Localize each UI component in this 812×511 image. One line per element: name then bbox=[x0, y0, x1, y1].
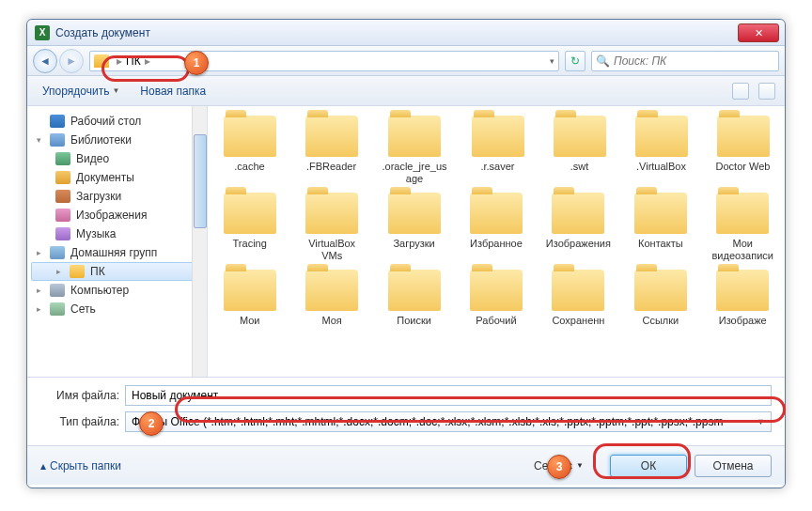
comp-icon bbox=[50, 284, 65, 297]
folder-icon bbox=[388, 193, 441, 234]
file-item[interactable]: Doctor Web bbox=[710, 116, 775, 185]
sidebar-item-mus[interactable]: Музыка bbox=[27, 225, 207, 243]
app-icon: X bbox=[35, 25, 50, 40]
filetype-label: Тип файла: bbox=[40, 415, 125, 428]
search-box[interactable]: 🔍 bbox=[591, 51, 779, 71]
folder-icon bbox=[634, 270, 687, 311]
help-button[interactable] bbox=[758, 83, 775, 100]
hg-icon bbox=[50, 246, 65, 259]
badge-3: 3 bbox=[547, 455, 571, 479]
ok-button[interactable]: ОК bbox=[610, 455, 687, 477]
file-item[interactable]: Ссылки bbox=[628, 270, 693, 327]
filename-input[interactable] bbox=[125, 385, 772, 406]
pc-icon bbox=[70, 265, 85, 278]
folder-icon bbox=[634, 193, 687, 234]
folder-icon bbox=[305, 270, 358, 311]
refresh-button[interactable]: ↻ bbox=[565, 51, 586, 71]
desktop-icon bbox=[50, 115, 65, 128]
folder-icon bbox=[224, 270, 276, 311]
lib-icon bbox=[50, 133, 65, 147]
form-area: Имя файла: Тип файла: Файлы Office (*.ht… bbox=[27, 377, 785, 445]
sidebar-item-vid[interactable]: Видео bbox=[27, 149, 207, 168]
file-item[interactable]: VirtualBox VMs bbox=[299, 193, 364, 262]
file-item[interactable]: .VirtualBox bbox=[629, 116, 694, 185]
folder-icon bbox=[470, 270, 523, 311]
folder-icon bbox=[635, 116, 688, 157]
file-item[interactable]: Контакты bbox=[628, 193, 693, 262]
forward-button[interactable]: ► bbox=[59, 49, 84, 73]
folder-icon bbox=[716, 193, 769, 234]
file-item[interactable]: .FBReader bbox=[299, 116, 364, 185]
folder-icon bbox=[224, 116, 276, 157]
file-item[interactable]: Сохраненн bbox=[546, 270, 611, 327]
address-segment[interactable]: ПК bbox=[126, 54, 141, 68]
vid-icon bbox=[55, 152, 70, 165]
filename-label: Имя файла: bbox=[40, 389, 125, 402]
folder-icon bbox=[716, 270, 769, 311]
file-item[interactable]: Поиски bbox=[382, 270, 446, 327]
close-button[interactable]: ✕ bbox=[738, 23, 779, 42]
footer: ▴Скрыть папки Сервис▼ ОК Отмена bbox=[27, 445, 785, 485]
organize-button[interactable]: Упорядочить▼ bbox=[37, 81, 125, 101]
file-item[interactable]: Мои bbox=[217, 270, 282, 327]
search-icon: 🔍 bbox=[596, 54, 610, 68]
file-item[interactable]: Рабочий bbox=[463, 270, 528, 327]
view-button[interactable] bbox=[732, 83, 749, 100]
folder-icon bbox=[305, 116, 358, 157]
file-item[interactable]: .swt bbox=[547, 116, 612, 185]
window-title: Создать документ bbox=[55, 26, 150, 39]
nav-bar: ◄ ► ▸ ПК ▸ ▾ ↻ 🔍 bbox=[27, 46, 785, 76]
sidebar-item-comp[interactable]: ▸Компьютер bbox=[27, 281, 207, 300]
address-dropdown-icon[interactable]: ▾ bbox=[550, 56, 554, 66]
sidebar-item-desktop[interactable]: Рабочий стол bbox=[27, 112, 207, 131]
folder-icon bbox=[470, 193, 523, 234]
titlebar: X Создать документ ✕ bbox=[27, 20, 785, 46]
folder-icon bbox=[94, 54, 109, 68]
file-item[interactable]: .cache bbox=[217, 116, 282, 185]
chevron-down-icon: ▼ bbox=[757, 417, 765, 426]
folder-icon bbox=[717, 116, 770, 157]
file-pane[interactable]: .cache.FBReader.oracle_jre_usage.r.saver… bbox=[208, 106, 785, 377]
file-item[interactable]: Изображе bbox=[710, 270, 775, 327]
scroll-thumb[interactable] bbox=[194, 134, 207, 228]
folder-icon bbox=[388, 116, 441, 157]
sidebar-item-img[interactable]: Изображения bbox=[27, 206, 207, 225]
sidebar-scrollbar[interactable] bbox=[192, 106, 207, 377]
net-icon bbox=[50, 302, 65, 316]
hide-folders-link[interactable]: ▴Скрыть папки bbox=[40, 459, 121, 472]
dl-icon bbox=[55, 190, 70, 203]
sidebar-item-pc[interactable]: ▸ПК bbox=[31, 262, 203, 281]
back-button[interactable]: ◄ bbox=[33, 49, 57, 73]
sidebar-item-hg[interactable]: ▸Домашняя групп bbox=[27, 243, 207, 262]
new-folder-button[interactable]: Новая папка bbox=[134, 81, 211, 101]
address-bar[interactable]: ▸ ПК ▸ ▾ bbox=[89, 51, 559, 71]
file-item[interactable]: Tracing bbox=[217, 193, 282, 262]
folder-icon bbox=[224, 193, 276, 234]
sidebar-item-dl[interactable]: Загрузки bbox=[27, 187, 207, 206]
file-item[interactable]: Загрузки bbox=[382, 193, 446, 262]
sidebar-item-lib[interactable]: ▾Библиотеки bbox=[27, 131, 207, 149]
sidebar-item-net[interactable]: ▸Сеть bbox=[27, 300, 207, 318]
filetype-select[interactable]: Файлы Office (*.htm;*.html;*.mht;*.mhtml… bbox=[125, 411, 772, 432]
sidebar: Рабочий стол▾БиблиотекиВидеоДокументыЗаг… bbox=[27, 106, 208, 377]
file-item[interactable]: .oracle_jre_usage bbox=[381, 116, 448, 185]
cancel-button[interactable]: Отмена bbox=[695, 455, 772, 477]
badge-1: 1 bbox=[184, 51, 209, 75]
search-input[interactable] bbox=[614, 54, 774, 68]
doc-icon bbox=[55, 171, 70, 184]
toolbar: Упорядочить▼ Новая папка bbox=[27, 76, 785, 106]
folder-icon bbox=[388, 270, 441, 311]
mus-icon bbox=[55, 227, 70, 240]
file-item[interactable]: Мои видеозаписи bbox=[710, 193, 775, 262]
folder-icon bbox=[305, 193, 358, 234]
folder-icon bbox=[554, 116, 606, 157]
img-icon bbox=[55, 209, 70, 222]
sidebar-item-doc[interactable]: Документы bbox=[27, 168, 207, 187]
file-item[interactable]: Изображения bbox=[546, 193, 611, 262]
file-item[interactable]: Избранное bbox=[463, 193, 528, 262]
file-item[interactable]: Моя bbox=[299, 270, 364, 327]
chevron-up-icon: ▴ bbox=[40, 459, 46, 472]
file-item[interactable]: .r.saver bbox=[465, 116, 530, 185]
folder-icon bbox=[472, 116, 524, 157]
folder-icon bbox=[552, 193, 604, 234]
